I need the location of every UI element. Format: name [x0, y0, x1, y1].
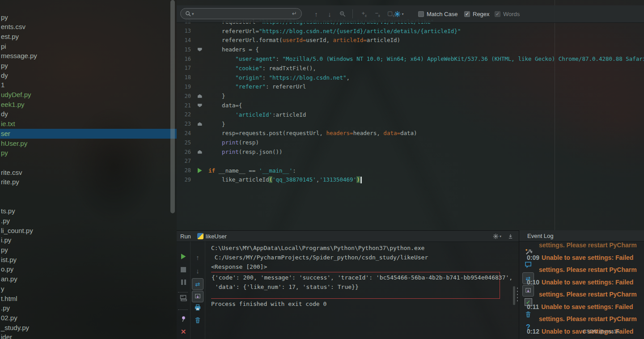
line-number[interactable]: 20 — [177, 93, 191, 99]
match-case-option[interactable]: Match Case — [418, 8, 458, 20]
code-area[interactable]: 12 requestUrl="https://blog.csdn.net//ph… — [177, 17, 644, 184]
close-button[interactable]: ✕ — [177, 328, 190, 336]
previous-occurrence-button[interactable]: ↑ — [311, 8, 322, 20]
line-number[interactable]: 26 — [177, 149, 191, 155]
code-line[interactable]: 16 "user-agent": "Mozilla/5.0 (Windows N… — [177, 54, 644, 64]
code-line[interactable]: 15 headers = { — [177, 45, 644, 54]
file-item[interactable]: dy — [0, 71, 177, 81]
file-item[interactable]: ents.csv — [0, 22, 177, 32]
match-case-checkbox[interactable] — [418, 11, 424, 17]
pause-button[interactable] — [177, 280, 190, 285]
code-line[interactable]: 22 'articleId':articleId — [177, 110, 644, 119]
find-all-icon[interactable] — [337, 8, 348, 20]
event-log-header[interactable]: Event Log — [519, 230, 644, 242]
file-item[interactable]: ist.py — [0, 255, 177, 265]
line-number[interactable]: 17 — [177, 65, 191, 71]
line-number[interactable]: 15 — [177, 47, 191, 53]
soft-wrap-toggle[interactable]: ⇄ — [191, 278, 205, 290]
search-input[interactable]: ▾ ↵ — [180, 8, 302, 19]
file-item[interactable]: pi — [0, 42, 177, 51]
fold-open-icon[interactable] — [191, 104, 208, 107]
search-settings-gear-icon[interactable]: ▾ — [392, 8, 406, 20]
fold-end-icon[interactable] — [191, 94, 208, 98]
line-number[interactable]: 14 — [177, 37, 191, 43]
line-number[interactable]: 27 — [177, 158, 191, 164]
line-number[interactable]: 25 — [177, 140, 191, 146]
file-item[interactable]: li_count.py — [0, 226, 177, 236]
next-occurrence-button[interactable]: ↓ — [324, 8, 335, 20]
file-item[interactable]: i.py — [0, 235, 177, 245]
file-item[interactable]: .py — [0, 303, 177, 313]
code-line[interactable]: 19 "referer": refererUrl — [177, 82, 644, 92]
file-item[interactable]: hUser.py — [0, 139, 177, 148]
scroll-to-end-icon[interactable] — [508, 233, 513, 239]
run-line-icon[interactable] — [191, 168, 208, 173]
code-line[interactable]: 29 like_articleId('qq_38870145','1313504… — [177, 175, 644, 185]
file-item[interactable]: y — [0, 284, 177, 294]
file-item[interactable]: udyDef.py — [0, 90, 177, 100]
down-stack-trace-button[interactable]: ↓ — [191, 267, 205, 275]
clear-all-trash-icon[interactable] — [191, 317, 205, 324]
file-item[interactable]: ts.py — [0, 206, 177, 216]
run-config-name[interactable]: likeUser — [206, 233, 227, 240]
code-line[interactable]: 27 — [177, 157, 644, 166]
code-line[interactable]: 13 refererUrl="https://blog.csdn.net/{us… — [177, 26, 644, 36]
code-line[interactable]: 20 } — [177, 91, 644, 101]
show-console-icon[interactable] — [177, 295, 190, 301]
run-settings-gear-icon[interactable]: ▾ — [493, 233, 501, 239]
code-line[interactable]: 17 "cookie": readTxtFile(), — [177, 64, 644, 73]
file-item[interactable]: dy — [0, 109, 177, 119]
file-item[interactable]: py — [0, 13, 177, 22]
project-tree-scrollbar[interactable] — [170, 0, 175, 213]
file-item[interactable]: rite.py — [0, 177, 177, 187]
line-number[interactable]: 22 — [177, 111, 191, 118]
search-history-chevron-icon[interactable]: ▾ — [192, 12, 194, 16]
code-line[interactable]: 21 data={ — [177, 101, 644, 110]
line-number[interactable]: 24 — [177, 130, 191, 136]
regex-checkbox[interactable]: ✓ — [464, 11, 470, 17]
file-item[interactable]: rite.csv — [0, 168, 177, 178]
file-item[interactable]: ider — [0, 332, 177, 339]
file-item[interactable]: eek1.py — [0, 100, 177, 110]
file-item[interactable]: .py — [0, 216, 177, 226]
stop-button[interactable] — [177, 267, 190, 272]
file-item[interactable]: py — [0, 245, 177, 255]
code-line[interactable]: 25 print(resp) — [177, 138, 644, 147]
file-item[interactable]: ie.txt — [0, 119, 177, 129]
code-line[interactable]: 26 print(resp.json()) — [177, 147, 644, 157]
file-item[interactable]: _study.py — [0, 323, 177, 333]
line-number[interactable]: 23 — [177, 121, 191, 127]
console-output[interactable]: C:\Users\MY\AppData\Local\Programs\Pytho… — [211, 242, 516, 339]
words-checkbox[interactable]: ✓ — [495, 11, 500, 17]
fold-end-icon[interactable] — [191, 150, 208, 154]
line-number[interactable]: 21 — [177, 102, 191, 109]
fold-open-icon[interactable] — [191, 48, 208, 51]
up-stack-trace-button[interactable]: ↑ — [191, 254, 205, 261]
file-item[interactable]: an.py — [0, 274, 177, 284]
regex-option[interactable]: ✓ Regex — [464, 8, 490, 20]
line-number[interactable]: 28 — [177, 167, 191, 174]
code-line[interactable]: 23 } — [177, 119, 644, 129]
splitter-grip[interactable] — [517, 287, 518, 302]
console-scrollbar[interactable] — [513, 286, 515, 305]
editor-panel[interactable]: 12 requestUrl="https://blog.csdn.net//ph… — [177, 0, 644, 230]
words-option[interactable]: ✓ Words — [495, 8, 520, 20]
line-number[interactable]: 16 — [177, 56, 191, 62]
file-item[interactable]: est.py — [0, 32, 177, 42]
run-tab-label[interactable]: Run — [180, 233, 191, 240]
code-line[interactable]: 18 "origin": "https://blog.csdn.net", — [177, 73, 644, 82]
rerun-button[interactable] — [177, 254, 190, 259]
fold-end-icon[interactable] — [191, 122, 208, 126]
file-item[interactable]: 1 — [0, 80, 177, 90]
code-line[interactable]: 14 refererUrl.format(userId=userId, arti… — [177, 36, 644, 45]
pin-icon[interactable] — [177, 315, 190, 322]
file-item[interactable]: ser — [0, 129, 177, 139]
line-number[interactable]: 29 — [177, 177, 191, 183]
line-number[interactable]: 19 — [177, 84, 191, 90]
code-line[interactable]: 24 resp=requests.post(requestUrl, header… — [177, 129, 644, 138]
file-item[interactable]: o.py — [0, 264, 177, 274]
add-selection-button[interactable]: +ll — [358, 8, 370, 20]
file-item[interactable]: py — [0, 61, 177, 71]
remove-selection-button[interactable]: −ll — [372, 8, 383, 20]
file-item[interactable]: t.html — [0, 294, 177, 304]
